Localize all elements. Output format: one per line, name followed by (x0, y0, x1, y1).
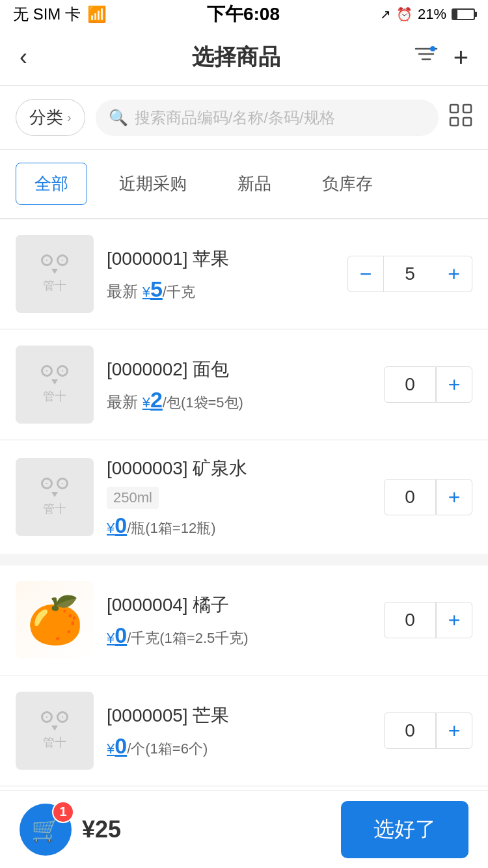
wifi-icon: 📶 (87, 5, 107, 23)
battery-text: 21% (418, 6, 446, 23)
battery-bar (452, 8, 475, 20)
product-list: 管十 [0000001] 苹果 最新 ¥5/千克 − + 管十 (0, 219, 488, 868)
price-number: 0 (115, 733, 127, 758)
quantity-control-0000004: + (384, 602, 472, 638)
owl-eye-right (57, 365, 68, 377)
increase-button[interactable]: + (436, 256, 472, 292)
owl-eye-right (57, 711, 68, 723)
quantity-control-0000005: + (384, 712, 472, 749)
owl-eye-left (41, 478, 53, 489)
product-info-0000003: [0000003] 矿泉水 250ml ¥0/瓶(1箱=12瓶) (107, 456, 371, 538)
search-icon: 🔍 (109, 109, 128, 127)
price-unit: /千克 (163, 284, 195, 300)
product-info-0000005: [0000005] 芒果 ¥0/个(1箱=6个) (107, 703, 371, 759)
placeholder-logo: 管十 (41, 478, 68, 517)
search-box[interactable]: 🔍 搜索商品编码/名称/条码/规格 (96, 100, 439, 136)
status-carrier: 无 SIM 卡 📶 (13, 4, 107, 25)
svg-point-3 (430, 46, 435, 51)
owl-beak (51, 269, 58, 274)
price-unit: /千克(1箱=2.5千克) (127, 630, 248, 646)
product-price: ¥0/千克(1箱=2.5千克) (107, 623, 371, 648)
category-button[interactable]: 分类 › (16, 99, 85, 136)
tab-negative-stock[interactable]: 负库存 (303, 163, 392, 205)
price-currency: ¥ (107, 630, 115, 646)
tab-all[interactable]: 全部 (16, 163, 87, 205)
product-name: [0000001] 苹果 (107, 247, 334, 271)
owl-eye-left (41, 254, 53, 266)
owl-text: 管十 (43, 388, 66, 404)
price-currency: ¥ (107, 740, 115, 757)
price-unit: /瓶(1箱=12瓶) (127, 520, 215, 536)
price-currency: ¥ (142, 394, 150, 411)
tab-new[interactable]: 新品 (219, 163, 290, 205)
product-name: [0000002] 面包 (107, 357, 371, 382)
quantity-input[interactable] (384, 479, 436, 515)
product-info-0000004: [0000004] 橘子 ¥0/千克(1箱=2.5千克) (107, 593, 371, 648)
cart-section: 🛒 1 ¥25 (20, 804, 341, 856)
confirm-button[interactable]: 选好了 (341, 801, 468, 858)
quantity-control-0000002: + (384, 366, 472, 403)
list-item: 管十 [0000005] 芒果 ¥0/个(1箱=6个) + (0, 676, 488, 785)
alarm-icon: ⏰ (396, 7, 413, 22)
tab-recent[interactable]: 近期采购 (100, 163, 206, 205)
price-number: 5 (150, 277, 163, 301)
product-price: 最新 ¥5/千克 (107, 277, 334, 302)
quantity-input[interactable] (384, 366, 436, 403)
product-image-0000005: 管十 (16, 692, 94, 770)
product-spec: 250ml (107, 487, 159, 509)
product-image-0000001: 管十 (16, 235, 94, 313)
quantity-input[interactable] (384, 602, 436, 638)
list-item: 管十 [0000003] 矿泉水 250ml ¥0/瓶(1箱=12瓶) + (0, 441, 488, 554)
owl-beak (51, 492, 58, 497)
increase-button[interactable]: + (436, 602, 472, 638)
svg-rect-6 (450, 118, 458, 126)
product-info-0000001: [0000001] 苹果 最新 ¥5/千克 (107, 247, 334, 302)
filter-bar: 分类 › 🔍 搜索商品编码/名称/条码/规格 (0, 86, 488, 150)
owl-text: 管十 (43, 501, 66, 517)
price-number: 0 (115, 623, 127, 647)
product-name: [0000005] 芒果 (107, 703, 371, 728)
quantity-control-0000003: + (384, 479, 472, 515)
owl-text: 管十 (43, 735, 66, 750)
price-unit: /个(1箱=6个) (127, 740, 208, 757)
product-info-0000002: [0000002] 面包 最新 ¥2/包(1袋=5包) (107, 357, 371, 413)
category-label: 分类 (29, 106, 63, 129)
status-time: 下午6:08 (207, 2, 280, 27)
scan-icon[interactable] (449, 103, 472, 131)
back-button[interactable]: ‹ (20, 44, 59, 71)
owl-eye-right (57, 478, 68, 489)
carrier-text: 无 SIM 卡 (13, 4, 81, 25)
owl-text: 管十 (43, 278, 66, 293)
product-price: ¥0/瓶(1箱=12瓶) (107, 513, 371, 538)
product-image-0000004: 🍊 (16, 581, 94, 659)
product-name: [0000003] 矿泉水 (107, 456, 371, 481)
price-label: 最新 (107, 393, 142, 411)
increase-button[interactable]: + (436, 712, 472, 749)
quantity-input[interactable] (384, 712, 436, 749)
price-currency: ¥ (107, 520, 115, 536)
decrease-button[interactable]: − (347, 256, 384, 292)
owl-beak (51, 726, 58, 731)
chevron-right-icon: › (67, 110, 72, 125)
quantity-control-0000001: − + (347, 256, 472, 292)
price-label: 最新 (107, 282, 142, 300)
quantity-input[interactable] (384, 256, 436, 292)
owl-eye-left (41, 711, 53, 723)
product-image-0000002: 管十 (16, 346, 94, 424)
status-indicators: ↗ ⏰ 21% (380, 6, 475, 23)
list-item: 管十 [0000002] 面包 最新 ¥2/包(1袋=5包) + (0, 330, 488, 439)
filter-icon[interactable] (414, 45, 438, 69)
increase-button[interactable]: + (436, 366, 472, 403)
svg-rect-5 (463, 105, 471, 113)
increase-button[interactable]: + (436, 479, 472, 515)
price-unit: /包(1袋=5包) (163, 394, 243, 411)
placeholder-logo: 管十 (41, 365, 68, 404)
svg-rect-4 (450, 105, 458, 113)
add-icon[interactable]: + (454, 44, 468, 70)
navigation-bar: ‹ 选择商品 + (0, 29, 488, 86)
product-price: 最新 ¥2/包(1袋=5包) (107, 387, 371, 413)
owl-eye-left (41, 365, 53, 377)
cart-button[interactable]: 🛒 1 (20, 804, 72, 856)
owl-eye-right (57, 254, 68, 266)
cart-total: ¥25 (82, 816, 121, 843)
